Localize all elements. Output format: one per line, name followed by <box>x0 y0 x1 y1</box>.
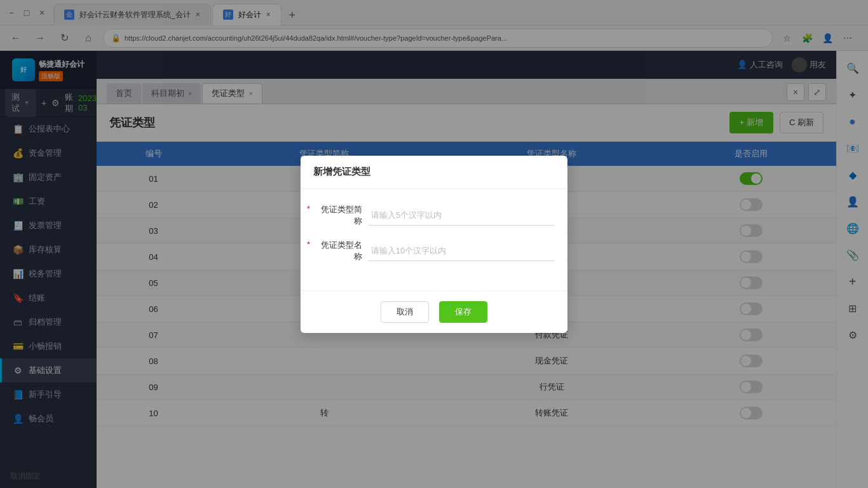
modal-title: 新增凭证类型 <box>313 166 370 177</box>
modal-footer: 取消 保存 <box>301 290 567 333</box>
form-field-short: 凭证类型简称 <box>313 204 555 227</box>
save-button[interactable]: 保存 <box>439 301 487 323</box>
modal-body: 凭证类型简称 凭证类型名称 <box>301 189 567 290</box>
form-field-full: 凭证类型名称 <box>313 240 555 262</box>
short-name-label: 凭证类型简称 <box>313 204 362 227</box>
modal-overlay[interactable]: 新增凭证类型 凭证类型简称 凭证类型名称 取消 保存 <box>0 0 868 488</box>
full-name-label: 凭证类型名称 <box>313 240 362 262</box>
short-name-input[interactable] <box>369 205 555 226</box>
full-name-label-text: 凭证类型名称 <box>321 240 362 261</box>
short-name-label-text: 凭证类型简称 <box>321 205 362 226</box>
modal-header: 新增凭证类型 <box>301 156 567 189</box>
modal-dialog: 新增凭证类型 凭证类型简称 凭证类型名称 取消 保存 <box>301 156 567 333</box>
cancel-button[interactable]: 取消 <box>381 301 429 323</box>
full-name-input[interactable] <box>369 241 555 261</box>
